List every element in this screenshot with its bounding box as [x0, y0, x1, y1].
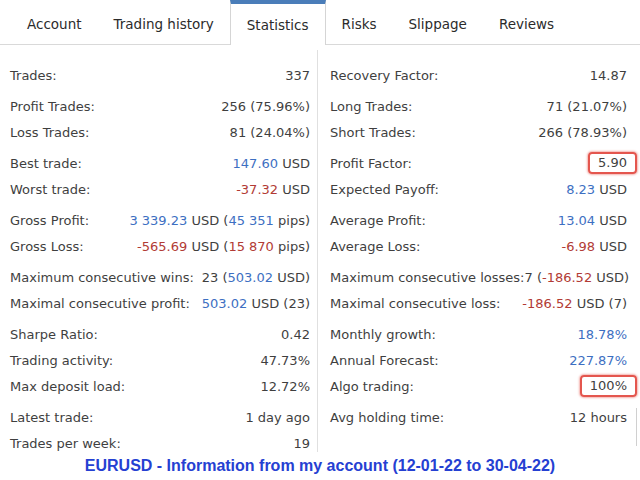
stat-value-segment: USD) — [592, 270, 629, 285]
stats-cell-right: Algo trading:100% — [318, 379, 640, 394]
stats-row: Loss Trades:81 (24.04%)Short Trades:266 … — [0, 119, 640, 145]
stats-row: Latest trade:1 day agoAvg holding time:1… — [0, 404, 640, 430]
stat-value: 8.23 USD — [566, 182, 627, 197]
tab-trading-history[interactable]: Trading history — [98, 0, 230, 44]
stat-value: 13.04 USD — [558, 213, 627, 228]
stat-value-segment: -37.32 — [236, 182, 278, 197]
stat-label: Loss Trades: — [10, 125, 89, 140]
stats-cell-left: Gross Loss:-565.69 USD (15 870 pips) — [0, 239, 318, 254]
stats-row: Trades:337Recovery Factor:14.87 — [0, 62, 640, 88]
stat-label: Average Loss: — [330, 239, 420, 254]
stats-cell-left: Max deposit load:12.72% — [0, 379, 318, 394]
stat-value: 23 (503.02 USD) — [202, 270, 310, 285]
stat-label: Max deposit load: — [10, 379, 125, 394]
stat-value-segment: USD — [278, 182, 310, 197]
stats-cell-right: Long Trades:71 (21.07%) — [318, 99, 640, 114]
stat-label: Annual Forecast: — [330, 353, 439, 368]
stats-cell-right: Short Trades:266 (78.93%) — [318, 125, 640, 140]
stats-grid: Trades:337Recovery Factor:14.87Profit Tr… — [0, 45, 640, 456]
stat-value-segment: -6.98 — [561, 239, 595, 254]
stat-label: Gross Loss: — [10, 239, 84, 254]
stat-value-segment: 100% — [590, 378, 627, 393]
tab-account[interactable]: Account — [11, 0, 98, 44]
stats-cell-left: Maximal consecutive profit:503.02 USD (2… — [0, 296, 318, 311]
stat-label: Worst trade: — [10, 182, 90, 197]
stat-value: 71 (21.07%) — [547, 99, 627, 114]
stat-value: 0.42 — [281, 327, 310, 342]
stat-value-segment: USD (7) — [573, 296, 627, 311]
stat-value: -186.52 USD (7) — [522, 296, 627, 311]
stat-label: Recovery Factor: — [330, 68, 438, 83]
stat-value-segment: pips) — [274, 239, 310, 254]
stat-value-segment: 227.87% — [569, 353, 627, 368]
stats-cell-right: Expected Payoff:8.23 USD — [318, 182, 640, 197]
stats-cell-right: Average Loss:-6.98 USD — [318, 239, 640, 254]
stat-label: Algo trading: — [330, 379, 414, 394]
stat-value-segment: 503.02 — [202, 296, 248, 311]
stat-value-segment: USD (23) — [247, 296, 310, 311]
stat-value-segment: 1 day ago — [245, 410, 310, 425]
stats-row: Max deposit load:12.72%Algo trading:100% — [0, 373, 640, 399]
stat-value: 12.72% — [260, 379, 310, 394]
stat-value-segment: 71 (21.07%) — [547, 99, 627, 114]
stats-row: Trading activity:47.73%Annual Forecast:2… — [0, 347, 640, 373]
stat-value-segment: USD — [595, 213, 627, 228]
stat-value-segment: 19 — [293, 436, 310, 451]
tab-statistics[interactable]: Statistics — [230, 0, 326, 45]
stat-value-segment: 81 (24.04%) — [230, 125, 310, 140]
stat-value-segment: 12.72% — [260, 379, 310, 394]
stat-value-segment: 147.60 — [233, 156, 279, 171]
stats-cell-left: Loss Trades:81 (24.04%) — [0, 125, 318, 140]
tab-risks[interactable]: Risks — [326, 0, 393, 44]
stat-label: Maximum consecutive losses: — [330, 270, 524, 285]
stat-label: Best trade: — [10, 156, 82, 171]
stat-value-segment: 266 (78.93%) — [538, 125, 627, 140]
stat-label: Sharpe Ratio: — [10, 327, 98, 342]
stat-value-segment: 15 870 — [228, 239, 274, 254]
stat-value-highlighted: 100% — [580, 375, 637, 397]
tab-reviews[interactable]: Reviews — [483, 0, 570, 44]
stat-value-segment: USD ( — [187, 213, 228, 228]
stats-row: Worst trade:-37.32 USDExpected Payoff:8.… — [0, 176, 640, 202]
stat-value-segment: -186.52 — [542, 270, 592, 285]
stat-value-segment: USD — [595, 182, 627, 197]
tab-bar: AccountTrading historyStatisticsRisksSli… — [0, 0, 640, 45]
stat-value: 503.02 USD (23) — [202, 296, 310, 311]
column-divider — [317, 50, 318, 452]
stat-value: 337 — [285, 68, 310, 83]
stats-row: Trades per week:19 — [0, 430, 640, 456]
stats-row: Profit Trades:256 (75.96%)Long Trades:71… — [0, 93, 640, 119]
stats-cell-right: Annual Forecast:227.87% — [318, 353, 640, 368]
stat-value: 19 — [293, 436, 310, 451]
stat-value: 7 (-186.52 USD) — [524, 270, 629, 285]
stat-value: 3 339.23 USD (45 351 pips) — [129, 213, 310, 228]
stat-value-segment: 12 hours — [570, 410, 627, 425]
stats-cell-left: Trades:337 — [0, 68, 318, 83]
tab-slippage[interactable]: Slippage — [393, 0, 483, 44]
stat-value: 1 day ago — [245, 410, 310, 425]
stat-value: 147.60 USD — [233, 156, 310, 171]
stats-cell-left: Trades per week:19 — [0, 436, 318, 451]
stat-label: Trades per week: — [10, 436, 121, 451]
stat-label: Trading activity: — [10, 353, 113, 368]
stat-value-segment: 18.78% — [577, 327, 627, 342]
stat-label: Avg holding time: — [330, 410, 444, 425]
stat-label: Short Trades: — [330, 125, 416, 140]
stat-label: Expected Payoff: — [330, 182, 439, 197]
stats-cell-left: Profit Trades:256 (75.96%) — [0, 99, 318, 114]
stats-cell-left: Maximum consecutive wins:23 (503.02 USD) — [0, 270, 318, 285]
stats-row: Sharpe Ratio:0.42Monthly growth:18.78% — [0, 321, 640, 347]
stats-cell-left: Latest trade:1 day ago — [0, 410, 318, 425]
stats-cell-right: Profit Factor:5.90 — [318, 156, 640, 171]
stats-row: Maximum consecutive wins:23 (503.02 USD)… — [0, 264, 640, 290]
stats-cell-right: Maximum consecutive losses:7 (-186.52 US… — [318, 270, 640, 285]
account-info-caption: EURUSD - Information from my account (12… — [0, 457, 640, 475]
stats-row: Maximal consecutive profit:503.02 USD (2… — [0, 290, 640, 316]
stat-value-segment: USD ( — [187, 239, 228, 254]
stat-label: Maximal consecutive profit: — [10, 296, 190, 311]
stats-row: Gross Loss:-565.69 USD (15 870 pips)Aver… — [0, 233, 640, 259]
stat-label: Latest trade: — [10, 410, 93, 425]
stat-label: Long Trades: — [330, 99, 412, 114]
stat-value-segment: 14.87 — [590, 68, 627, 83]
stats-cell-left: Sharpe Ratio:0.42 — [0, 327, 318, 342]
